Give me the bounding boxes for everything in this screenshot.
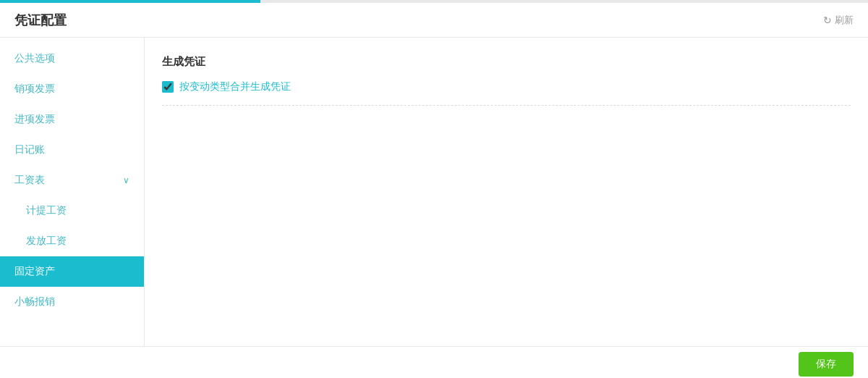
sidebar-item-label: 工资表: [14, 174, 45, 187]
sidebar-item-payroll-issue[interactable]: 发放工资: [0, 226, 144, 256]
content-area: 生成凭证 按变动类型合并生成凭证: [145, 38, 868, 346]
sidebar-item-label: 发放工资: [26, 235, 67, 248]
sidebar-item-label: 小畅报销: [14, 295, 55, 308]
page-title: 凭证配置: [14, 12, 67, 29]
sidebar-item-public[interactable]: 公共选项: [0, 43, 144, 74]
sidebar-item-fixed-assets[interactable]: 固定资产: [0, 256, 144, 287]
sidebar-item-label: 计提工资: [26, 204, 67, 217]
content-divider: [162, 105, 851, 106]
sidebar-item-label: 进项发票: [14, 113, 55, 126]
refresh-label: 刷新: [835, 14, 854, 27]
merge-checkbox-label[interactable]: 按变动类型合并生成凭证: [179, 80, 291, 93]
footer-bar: 保存: [0, 346, 868, 378]
refresh-button[interactable]: ↻ 刷新: [823, 14, 854, 27]
sidebar-item-label: 销项发票: [14, 83, 55, 96]
sidebar-item-label: 日记账: [14, 143, 45, 156]
chevron-down-icon: ∨: [123, 175, 129, 185]
sidebar-item-label: 公共选项: [14, 52, 55, 65]
sidebar-item-journal[interactable]: 日记账: [0, 135, 144, 165]
checkbox-row: 按变动类型合并生成凭证: [162, 80, 851, 93]
sidebar-item-purchase-invoice[interactable]: 进项发票: [0, 104, 144, 135]
main-layout: 公共选项销项发票进项发票日记账工资表∨计提工资发放工资固定资产小畅报销 生成凭证…: [0, 38, 868, 346]
section-title: 生成凭证: [162, 55, 851, 69]
page-header: 凭证配置 ↻ 刷新: [0, 3, 868, 38]
save-button[interactable]: 保存: [799, 352, 854, 377]
sidebar-item-label: 固定资产: [14, 265, 55, 278]
sidebar-item-petty-cash[interactable]: 小畅报销: [0, 287, 144, 317]
merge-checkbox[interactable]: [162, 81, 174, 93]
sidebar-item-sales-invoice[interactable]: 销项发票: [0, 74, 144, 104]
sidebar-item-payroll-calc[interactable]: 计提工资: [0, 196, 144, 226]
sidebar: 公共选项销项发票进项发票日记账工资表∨计提工资发放工资固定资产小畅报销: [0, 38, 145, 346]
sidebar-item-payroll[interactable]: 工资表∨: [0, 165, 144, 196]
refresh-icon: ↻: [823, 14, 832, 26]
